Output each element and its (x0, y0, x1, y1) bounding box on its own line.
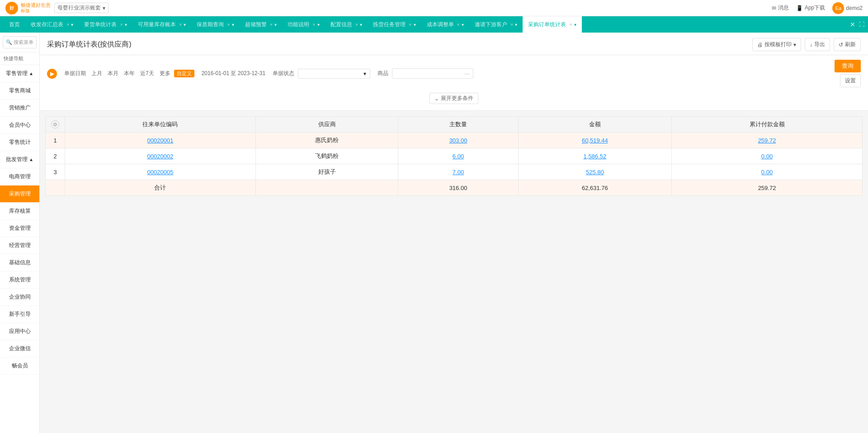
sidebar-item-shortcut[interactable]: 快捷导航 (0, 52, 39, 65)
date-shortcuts: 上月 本月 本年 近7天 更多 自定义 (90, 69, 194, 78)
export-icon: ↓ (810, 42, 812, 48)
row-amount: 1,586.52 (518, 148, 671, 164)
window-maximize-button[interactable]: ⛶ (859, 21, 864, 28)
chevron-down-icon[interactable]: ▾ (515, 22, 517, 27)
shortcut-this-year[interactable]: 本年 (122, 69, 137, 78)
footer-paid: 259.72 (672, 180, 863, 196)
tab-cost-adjust[interactable]: 成本调整单 × ▾ (421, 16, 469, 33)
chevron-down-icon[interactable]: ▾ (125, 22, 127, 27)
tab-home[interactable]: 首页 (4, 16, 25, 33)
tab-pick-task[interactable]: 拣货任务管理 × ▾ (368, 16, 421, 33)
workspace-selector[interactable]: 母婴行业演示账套 ▾ (54, 3, 108, 13)
app-download-action[interactable]: 📱 App下载 (796, 4, 825, 12)
sidebar-item-basic-info[interactable]: 基础信息 (0, 254, 39, 271)
refresh-button[interactable]: ↺ 刷新 (834, 38, 861, 51)
status-filter-label: 单据状态 (273, 70, 294, 77)
close-icon[interactable]: × (120, 22, 123, 27)
shortcut-this-month[interactable]: 本月 (106, 69, 120, 78)
tab-function-desc[interactable]: 功能说明 × ▾ (282, 16, 325, 33)
close-icon[interactable]: × (409, 22, 411, 27)
top-bar-right: ✉ 消息 📱 App下载 Ea demo2 (772, 2, 863, 14)
sidebar-item-app-center[interactable]: 应用中心 (0, 323, 39, 340)
settings-button[interactable]: 设置 (840, 74, 861, 87)
tab-inventory-book[interactable]: 可用量库存账本 × ▾ (132, 16, 191, 33)
row-amount: 60,519.44 (518, 133, 671, 148)
user-profile[interactable]: Ea demo2 (832, 2, 863, 14)
tab-expiry-query[interactable]: 保质期查询 × ▾ (191, 16, 239, 33)
chevron-down-icon[interactable]: ▾ (184, 22, 186, 27)
close-icon[interactable]: × (66, 22, 69, 27)
filter-toggle-button[interactable]: ▶ (47, 69, 57, 79)
tab-receive-summary[interactable]: 收发存汇总表 × ▾ (25, 16, 79, 33)
sidebar-item-purchase-mgmt[interactable]: 采购管理 (0, 186, 39, 203)
table-footer-row: 合计 316.00 62,631.76 259.72 (46, 180, 863, 196)
close-icon[interactable]: × (510, 22, 513, 27)
shortcut-more[interactable]: 更多 (158, 69, 172, 78)
sidebar-item-ecommerce[interactable]: 电商管理 (0, 168, 39, 186)
sidebar-item-newbie-guide[interactable]: 新手引导 (0, 306, 39, 323)
sidebar-item-wholesale-mgmt[interactable]: 批发管理 ▲ (0, 151, 39, 168)
sidebar-item-member-center[interactable]: 会员中心 (0, 117, 39, 134)
col-amount: 金额 (518, 117, 671, 133)
close-icon[interactable]: × (270, 22, 273, 27)
chevron-down-icon[interactable]: ▾ (462, 22, 464, 27)
sidebar-item-enterprise-wechat[interactable]: 企业微信 (0, 340, 39, 357)
sidebar-item-enterprise-collab[interactable]: 企业协同 (0, 289, 39, 306)
tab-overstock-warning[interactable]: 超储预警 × ▾ (240, 16, 282, 33)
sidebar-item-retail-mgmt[interactable]: 零售管理 ▲ (0, 65, 39, 82)
shortcut-last-month[interactable]: 上月 (90, 69, 104, 78)
tab-purchase-order-stats[interactable]: 采购订单统计表 × ▾ (523, 16, 581, 33)
column-settings-icon[interactable]: ⚙ (51, 120, 59, 128)
search-menu-button[interactable]: 🔍 搜索菜单 (3, 36, 37, 48)
tab-config-info[interactable]: 配置信息 × ▾ (325, 16, 368, 33)
sidebar-item-marketing[interactable]: 营销推广 (0, 100, 39, 117)
ellipsis-icon[interactable]: ··· (464, 70, 469, 77)
sidebar-item-retail-stats[interactable]: 零售统计 (0, 134, 39, 151)
filter-goods-group: 商品 ··· (377, 68, 473, 79)
chevron-down-icon[interactable]: ▾ (71, 22, 73, 27)
window-close-button[interactable]: ✕ (850, 21, 855, 28)
chevron-down-icon[interactable]: ▾ (414, 22, 416, 27)
tab-order-stats[interactable]: 要货单统计表 × ▾ (79, 16, 132, 33)
sidebar-search-area: 🔍 搜索菜单 (0, 33, 39, 52)
sidebar-item-finance[interactable]: 资金管理 (0, 220, 39, 237)
row-qty: 303.00 (398, 133, 518, 148)
footer-empty2 (255, 180, 398, 196)
export-button[interactable]: ↓ 导出 (805, 38, 830, 51)
chevron-down-icon[interactable]: ▾ (274, 22, 277, 27)
tab-invite-downstream[interactable]: 邀请下游客户 × ▾ (469, 16, 523, 33)
close-icon[interactable]: × (569, 22, 572, 27)
close-icon[interactable]: × (179, 22, 182, 27)
custom-date-badge[interactable]: 自定义 (174, 70, 194, 77)
shortcut-7days[interactable]: 近7天 (138, 69, 156, 78)
chevron-down-icon[interactable]: ▾ (232, 22, 234, 27)
sidebar-item-retail-mall[interactable]: 零售商城 (0, 82, 39, 100)
chevron-down-icon[interactable]: ▾ (317, 22, 320, 27)
expand-conditions-button[interactable]: ⌄ 展开更多条件 (429, 93, 478, 104)
sidebar-item-member-vip[interactable]: 畅会员 (0, 357, 39, 375)
table-header-row: ⚙ 往来单位编码 供应商 主数量 金额 累计付款金额 (46, 117, 863, 133)
col-paid: 累计付款金额 (672, 117, 863, 133)
message-icon: ✉ (772, 5, 776, 11)
row-no: 2 (46, 148, 65, 164)
row-code: 00020001 (65, 133, 256, 148)
chevron-down-icon: ▲ (29, 157, 33, 162)
print-button[interactable]: 🖨 按模板打印 ▾ (752, 38, 801, 51)
close-icon[interactable]: × (457, 22, 460, 27)
close-icon[interactable]: × (227, 22, 230, 27)
sidebar-item-inventory[interactable]: 库存核算 (0, 203, 39, 220)
col-qty: 主数量 (398, 117, 518, 133)
chevron-down-icon[interactable]: ▾ (574, 22, 576, 27)
print-icon: 🖨 (757, 42, 763, 48)
sidebar-item-operations[interactable]: 经营管理 (0, 237, 39, 254)
table-row: 2 00020002 飞鹤奶粉 6.00 1,586.52 0.00 (46, 148, 863, 164)
message-action[interactable]: ✉ 消息 (772, 4, 789, 12)
row-qty: 7.00 (398, 164, 518, 180)
query-button[interactable]: 查询 (835, 60, 861, 72)
close-icon[interactable]: × (355, 22, 358, 27)
data-table: ⚙ 往来单位编码 供应商 主数量 金额 累计付款金额 1 00020001 (45, 116, 863, 196)
status-select[interactable]: ▾ (298, 69, 370, 79)
sidebar-item-system-mgmt[interactable]: 系统管理 (0, 271, 39, 289)
chevron-down-icon[interactable]: ▾ (360, 22, 362, 27)
close-icon[interactable]: × (312, 22, 315, 27)
